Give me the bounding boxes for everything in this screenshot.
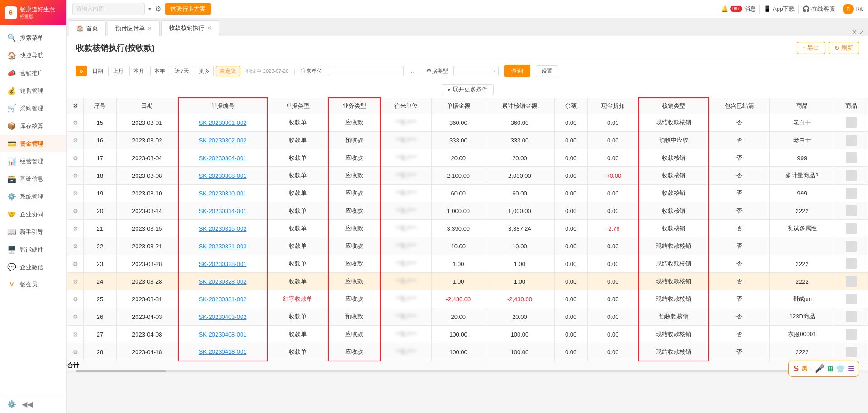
cell-gear[interactable]: ⚙ [67,273,84,290]
cell-goods: 衣服00001 [769,326,835,343]
sidebar-item-basic[interactable]: 🗃️ 基础信息 [0,170,66,188]
app-download-button[interactable]: 📱 App下载 [764,5,795,13]
notification-button[interactable]: 🔔 99+ 消息 [721,5,756,13]
bill-no-link[interactable]: SK-20230321-003 [199,243,247,250]
sidebar-item-finance[interactable]: 💳 资金管理 [0,135,66,152]
cell-gear[interactable]: ⚙ [67,343,84,361]
cell-gear[interactable]: ⚙ [67,132,84,149]
filter-toggle-button[interactable]: » [76,66,87,76]
microphone-icon[interactable]: 🎤 [815,364,825,374]
sidebar-item-shortcuts[interactable]: 🏠 快捷导航 [0,47,66,64]
floating-toolbar[interactable]: S 英 · 🎤 ⊞ 👕 ☰ [788,361,859,377]
bill-no-link[interactable]: SK-20230403-002 [199,313,247,320]
floating-separator: · [810,366,812,372]
sidebar-item-purchase[interactable]: 🛒 采购管理 [0,100,66,117]
sidebar-item-sales[interactable]: 💰 销售管理 [0,82,66,100]
online-support-button[interactable]: 🎧 在线客服 [802,5,835,13]
chevron-down-icon[interactable]: ▾ [148,5,151,12]
cell-customer: **客户** [380,220,432,237]
cell-gear[interactable]: ⚙ [67,290,84,308]
tab-collection-close-icon[interactable]: ✕ [207,25,212,31]
cell-amount: 2,100.00 [432,167,485,185]
scroll-thumb [76,370,166,372]
cell-gear[interactable]: ⚙ [67,326,84,343]
sidebar-item-hardware[interactable]: 🖥️ 智能硬件 [0,241,66,258]
cell-gear[interactable]: ⚙ [67,237,84,255]
sidebar-item-member[interactable]: V 畅会员 [0,276,66,293]
cell-gear[interactable]: ⚙ [67,149,84,167]
header-actions: 🔔 99+ 消息 📱 App下载 🎧 在线客服 R Rit [721,4,863,14]
cell-gear[interactable]: ⚙ [67,220,84,237]
sidebar-item-guide[interactable]: 📖 新手引导 [0,223,66,241]
cell-gear[interactable]: ⚙ [67,255,84,273]
this-month-button[interactable]: 本月 [129,66,148,76]
user-menu-button[interactable]: R Rit [843,4,863,14]
bill-no-link[interactable]: SK-20230314-001 [199,208,247,214]
sidebar-item-collab[interactable]: 🤝 企业协同 [0,205,66,223]
bill-no-link[interactable]: SK-20230328-001 [199,261,247,267]
bill-no-link[interactable]: SK-20230308-001 [199,172,247,179]
cell-gear[interactable]: ⚙ [67,202,84,220]
sidebar-item-inventory[interactable]: 📦 库存核算 [0,117,66,135]
scroll-track [76,370,859,372]
bill-no-link[interactable]: SK-20230315-002 [199,225,247,232]
last-7days-button[interactable]: 近7天 [171,66,193,76]
sidebar-label-collab: 企业协同 [20,210,43,218]
cell-gear[interactable]: ⚙ [67,167,84,185]
bill-no-link[interactable]: SK-20230310-001 [199,190,247,197]
collapse-sidebar-icon[interactable]: ◀◀ [22,400,33,408]
collab-icon: 🤝 [7,210,16,218]
expand-conditions-button[interactable]: ▾ 展开更多条件 [442,84,494,95]
table-row: ⚙ 22 2023-03-21 SK-20230321-003 收款单 应收款 … [67,237,868,255]
cell-gear[interactable]: ⚙ [67,114,84,132]
shirt-icon[interactable]: 👕 [836,365,845,373]
horizontal-scrollbar[interactable] [67,370,868,373]
cell-discount: 0.00 [587,290,639,308]
cell-gear[interactable]: ⚙ [67,185,84,202]
grid-icon[interactable]: ⊞ [827,365,833,373]
customer-filter-input[interactable] [328,66,404,76]
sidebar-item-search[interactable]: 🔍 搜索菜单 [0,29,66,47]
bill-no-link[interactable]: SK-20230302-002 [199,137,247,144]
cell-amount: 100.00 [432,343,485,361]
more-filter-dots[interactable]: ... [409,68,414,74]
tab-home[interactable]: 🏠 首页 [69,20,106,36]
tab-prepay-close-icon[interactable]: ✕ [147,25,152,32]
cell-gear[interactable]: ⚙ [67,308,84,326]
settings-footer-icon[interactable]: ⚙️ [7,400,16,408]
query-button[interactable]: 查询 [504,65,530,77]
search-input-area[interactable]: 请输入内容 [72,3,145,15]
sidebar-item-operations[interactable]: 📊 经营管理 [0,152,66,170]
customer-blurred: **客户** [396,172,416,179]
this-year-button[interactable]: 本年 [150,66,169,76]
sidebar-item-system[interactable]: ⚙️ 系统管理 [0,188,66,205]
col-settings-icon[interactable]: ⚙ [67,98,84,114]
tab-collection[interactable]: 收款核销执行 ✕ [161,20,219,36]
solution-button[interactable]: 体验行业方案 [165,3,211,15]
gear-icon[interactable]: ⚙ [155,5,161,13]
export-button[interactable]: ↑ 导出 [797,42,826,54]
last-month-button[interactable]: 上月 [108,66,127,76]
close-all-tabs-icon[interactable]: ✕ [852,28,857,36]
bill-no-link[interactable]: SK-20230301-002 [199,119,247,126]
bill-no-link[interactable]: SK-20230304-001 [199,155,247,161]
filter-settings-button[interactable]: 设置 [536,65,558,77]
bill-no-link[interactable]: SK-20230418-001 [199,348,247,355]
more-dates-button[interactable]: 更多 [195,66,214,76]
custom-date-button[interactable]: 自定义 [216,66,240,76]
bill-type-select[interactable]: 收款单 红字收款单 [453,66,499,76]
refresh-button[interactable]: ↻ 刷新 [829,42,859,54]
sidebar-item-wechat[interactable]: 💬 企业微信 [0,258,66,276]
cell-goods: 老白干 [769,114,835,132]
tab-prepay[interactable]: 预付应付单 ✕ [108,20,160,36]
bill-no-link[interactable]: SK-20230328-002 [199,278,247,285]
bill-no-link[interactable]: SK-20230331-002 [199,296,247,303]
menu-icon[interactable]: ☰ [848,365,854,373]
system-icon: ⚙️ [7,192,16,201]
cell-balance: 0.00 [554,114,587,132]
sidebar-item-marketing[interactable]: 📣 营销推广 [0,64,66,82]
header-divider-1 [760,5,760,14]
bill-no-link[interactable]: SK-20230408-001 [199,331,247,338]
expand-tabs-icon[interactable]: ⤢ [859,28,864,36]
cell-no: 16 [84,132,117,149]
